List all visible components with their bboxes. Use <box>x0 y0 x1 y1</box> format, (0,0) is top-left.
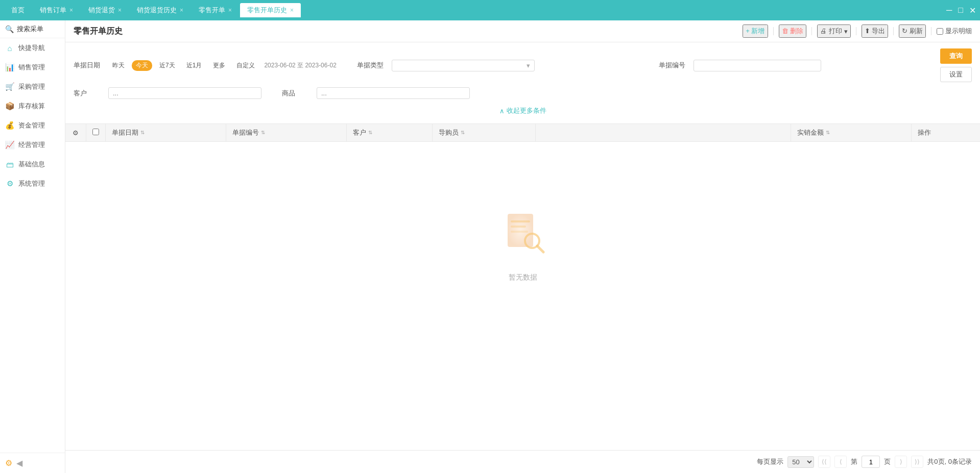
refresh-label: ↻ 刷新 <box>902 27 923 36</box>
show-detail-check[interactable]: 显示明细 <box>937 27 972 36</box>
customer-input[interactable] <box>113 89 257 97</box>
setting-button[interactable]: 设置 <box>940 67 972 82</box>
maximize-icon[interactable]: □ <box>958 6 963 15</box>
th-date[interactable]: 单据日期 ⇅ <box>105 124 226 142</box>
tab-retail-open-history-close[interactable]: × <box>290 7 294 13</box>
th-amount-label: 实销金额 <box>797 128 824 137</box>
next-page-btn[interactable]: ⟩ <box>895 456 907 468</box>
svg-rect-0 <box>508 214 533 247</box>
last-month-btn[interactable]: 近1月 <box>182 60 206 71</box>
add-button[interactable]: + 新增 <box>743 24 768 38</box>
sidebar-search[interactable]: 🔍 搜索采单 <box>0 20 65 38</box>
th-guide[interactable]: 导购员 ⇅ <box>432 124 535 142</box>
page-label: 第 <box>851 457 857 466</box>
doc-type-chevron: ▾ <box>527 62 530 69</box>
tab-retail-open-close[interactable]: × <box>228 7 232 13</box>
amount-sort-icon: ⇅ <box>826 131 830 135</box>
page-size-select[interactable]: 50 10 20 100 <box>787 456 814 468</box>
yesterday-btn[interactable]: 昨天 <box>108 60 129 71</box>
export-button[interactable]: ⬆ 导出 <box>862 24 889 38</box>
show-detail-checkbox[interactable] <box>937 28 943 35</box>
sidebar-item-purchase-mgmt-label: 采购管理 <box>18 82 45 91</box>
date-label: 单据日期 <box>74 61 104 70</box>
tab-sales-order[interactable]: 销售订单 × <box>33 3 80 17</box>
product-input[interactable] <box>321 89 465 97</box>
collapse-more[interactable]: ∧ 收起更多条件 <box>74 104 972 117</box>
divider-4 <box>893 27 894 35</box>
tab-retail-open[interactable]: 零售开单 × <box>192 3 239 17</box>
customer-input-wrap[interactable] <box>108 87 261 99</box>
filter-row-2: 客户 商品 <box>74 87 972 99</box>
svg-rect-1 <box>511 220 530 222</box>
th-customer[interactable]: 客户 ⇅ <box>347 124 432 142</box>
sidebar-bottom: ⚙ ◀ <box>0 453 65 473</box>
tab-sales-return-history[interactable]: 销货退货历史 × <box>130 3 190 17</box>
window-controls: ─ □ ✕ <box>946 6 976 15</box>
search-icon: 🔍 <box>5 25 14 33</box>
tab-sales-return-close[interactable]: × <box>118 7 122 13</box>
query-button[interactable]: 查询 <box>940 48 972 64</box>
operations-icon: 📈 <box>5 140 14 150</box>
tab-sales-order-close[interactable]: × <box>69 7 73 13</box>
sidebar-item-sys-mgmt[interactable]: ⚙ 系统管理 <box>0 174 65 193</box>
sidebar-item-base-info[interactable]: 🗃 基础信息 <box>0 155 65 174</box>
sidebar-item-operations[interactable]: 📈 经营管理 <box>0 135 65 155</box>
select-all-checkbox[interactable] <box>92 129 99 135</box>
th-spacer <box>535 124 791 142</box>
refresh-button[interactable]: ↻ 刷新 <box>899 24 926 38</box>
sidebar-item-purchase-mgmt[interactable]: 🛒 采购管理 <box>0 77 65 96</box>
product-input-wrap[interactable] <box>317 87 470 99</box>
custom-btn[interactable]: 自定义 <box>232 60 259 71</box>
table-area: ⚙ 单据日期 ⇅ 单据编号 <box>65 124 980 450</box>
add-label: + 新增 <box>746 27 764 36</box>
toolbar-actions: + 新增 🗑 删除 🖨 打印 ▾ ⬆ 导出 ↻ 刷新 <box>743 24 972 38</box>
first-page-btn[interactable]: ⟨⟨ <box>818 456 830 468</box>
th-doc-no[interactable]: 单据编号 ⇅ <box>226 124 346 142</box>
per-page-label: 每页显示 <box>757 457 783 466</box>
th-amount[interactable]: 实销金额 ⇅ <box>791 124 911 142</box>
tab-sales-return-history-close[interactable]: × <box>180 7 183 13</box>
print-button[interactable]: 🖨 打印 ▾ <box>817 24 851 38</box>
delete-button[interactable]: 🗑 删除 <box>779 24 807 38</box>
page-input[interactable] <box>862 456 880 468</box>
more-btn[interactable]: 更多 <box>209 60 229 71</box>
last-page-btn[interactable]: ⟩⟩ <box>911 456 923 468</box>
minimize-icon[interactable]: ─ <box>946 6 952 15</box>
doc-no-input-wrap[interactable] <box>694 60 821 71</box>
sidebar-item-sales-mgmt-label: 销售管理 <box>18 63 45 72</box>
close-icon[interactable]: ✕ <box>969 6 976 15</box>
box-icon: 📦 <box>5 102 14 111</box>
sidebar-item-base-info-label: 基础信息 <box>18 160 45 169</box>
settings-icon[interactable]: ⚙ <box>5 458 12 468</box>
sidebar-item-quick-nav[interactable]: ⌂ 快捷导航 <box>0 38 65 58</box>
guide-sort-icon: ⇅ <box>461 131 465 135</box>
base-info-icon: 🗃 <box>5 160 14 169</box>
customer-label: 客户 <box>74 89 104 98</box>
tab-sales-return-label: 销货退货 <box>88 6 115 15</box>
tab-sales-return[interactable]: 销货退货 × <box>81 3 129 17</box>
th-settings[interactable]: ⚙ <box>65 124 86 142</box>
sidebar-item-inventory[interactable]: 📦 库存核算 <box>0 96 65 116</box>
show-detail-label: 显示明细 <box>945 27 972 36</box>
doc-no-input[interactable] <box>698 62 817 69</box>
pagination: 每页显示 50 10 20 100 ⟨⟨ ⟨ 第 页 ⟩ ⟩⟩ 共0页, 0条记… <box>65 450 980 473</box>
chart-icon: 📊 <box>5 63 14 72</box>
th-guide-label: 导购员 <box>439 128 459 137</box>
sidebar-item-finance[interactable]: 💰 资金管理 <box>0 116 65 135</box>
filter-panel: 单据日期 昨天 今天 近7天 近1月 更多 自定义 2023-06-02 至 2… <box>65 42 980 124</box>
th-date-label: 单据日期 <box>112 128 138 137</box>
doc-type-select[interactable]: ▾ <box>392 60 535 71</box>
last7-btn[interactable]: 近7天 <box>155 60 179 71</box>
tab-retail-open-history[interactable]: 零售开单历史 × <box>240 3 301 17</box>
table-header-row: ⚙ 单据日期 ⇅ 单据编号 <box>65 124 980 142</box>
tab-home[interactable]: 首页 <box>4 3 32 17</box>
prev-page-btn[interactable]: ⟨ <box>834 456 847 468</box>
page-label2: 页 <box>884 457 891 466</box>
main-layout: 🔍 搜索采单 ⌂ 快捷导航 📊 销售管理 🛒 采购管理 📦 库存核算 💰 资金管… <box>0 20 980 473</box>
collapse-sidebar-btn[interactable]: ◀ <box>16 458 22 468</box>
sidebar-item-operations-label: 经营管理 <box>18 140 45 150</box>
today-btn[interactable]: 今天 <box>132 60 152 71</box>
sidebar-item-sales-mgmt[interactable]: 📊 销售管理 <box>0 58 65 77</box>
settings-gear-icon[interactable]: ⚙ <box>73 129 79 137</box>
th-checkbox[interactable] <box>86 124 105 142</box>
